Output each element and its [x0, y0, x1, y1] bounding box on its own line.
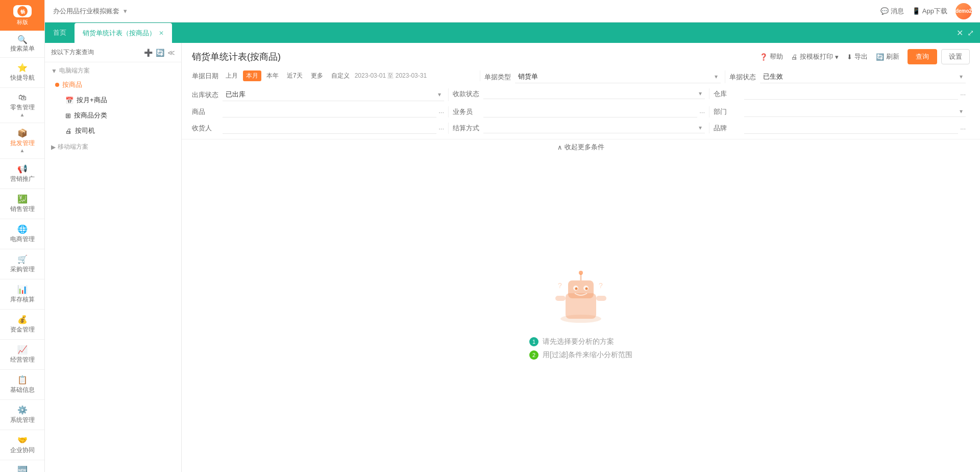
collapse-bar[interactable]: ∧ 收起更多条件 — [182, 139, 980, 155]
tab-sales-stat[interactable]: 销货单统计表（按商品） ✕ — [75, 23, 172, 43]
sidebar-item-purchase[interactable]: 🛒 采购管理 — [0, 249, 44, 279]
sidebar-item-inventory[interactable]: 📊 库存核算 — [0, 279, 44, 310]
refresh-button[interactable]: 🔄 刷新 — [876, 52, 899, 61]
hint-text-2: 用[过滤]条件来缩小分析范围 — [543, 350, 632, 360]
payment-status-select[interactable]: ▾ — [483, 88, 705, 99]
date-last-month[interactable]: 上月 — [223, 70, 241, 81]
warehouse-dots[interactable]: ··· — [960, 90, 966, 98]
print-dropdown-icon: ▾ — [835, 53, 839, 61]
doc-status-select[interactable]: 已生效 ▾ — [760, 70, 966, 83]
settings-button[interactable]: 设置 — [941, 49, 970, 64]
svg-text:?: ? — [599, 281, 603, 290]
warehouse-value: ··· — [744, 88, 966, 100]
help-button[interactable]: ❓ 帮助 — [760, 52, 783, 61]
date-last-7days[interactable]: 近7天 — [284, 70, 306, 81]
collapse-panel-icon[interactable]: ≪ — [167, 49, 175, 57]
refresh-icon: 🔄 — [876, 53, 884, 61]
brand-input[interactable] — [744, 123, 958, 134]
empty-hint-2: 2 用[过滤]条件来缩小分析范围 — [529, 350, 632, 360]
tab-expand-icon[interactable]: ⤢ — [967, 28, 974, 38]
filter-item-department: 部门 ▾ — [709, 106, 970, 117]
doc-type-text: 销货单 — [518, 72, 538, 81]
svg-rect-11 — [555, 296, 566, 301]
brand-dots[interactable]: ··· — [960, 125, 966, 132]
department-select[interactable]: ▾ — [744, 106, 966, 117]
out-status-value: 已出库 ▾ — [223, 88, 444, 101]
sidebar-item-guide[interactable]: 🆕 新手引导 — [0, 460, 44, 472]
template-print-button[interactable]: 🖨 按模板打印 ▾ — [791, 52, 839, 61]
receiver-dots[interactable]: ··· — [438, 125, 444, 132]
mobile-scheme-group[interactable]: ▶ 移动端方案 — [45, 138, 181, 153]
tabbar: 首页 销货单统计表（按商品） ✕ ✕ ⤢ — [45, 22, 980, 43]
enterprise-label: 企业协同 — [10, 446, 35, 455]
warehouse-label: 仓库 — [714, 89, 744, 99]
export-button[interactable]: ⬇ 导出 — [847, 52, 868, 61]
sidebar-item-finance[interactable]: 💰 资金管理 — [0, 310, 44, 340]
sidebar-item-ecommerce[interactable]: 🌐 电商管理 — [0, 219, 44, 249]
product-label: 商品 — [192, 107, 223, 116]
receiver-value: ··· — [223, 123, 444, 134]
topbar: 办公用品行业模拟账套 ▾ 💬 消息 📱 App下载 demo2 — [45, 0, 980, 22]
tab-close-icon[interactable]: ✕ — [159, 30, 164, 37]
tree-item-by-month-product[interactable]: 📅 按月+商品 — [45, 92, 181, 108]
tab-home-label: 首页 — [53, 28, 66, 37]
tab-home[interactable]: 首页 — [45, 22, 75, 43]
app-download-button[interactable]: 📱 App下载 — [912, 7, 947, 16]
desktop-scheme-group[interactable]: ▼ 电脑端方案 — [45, 62, 181, 77]
date-this-year[interactable]: 本年 — [263, 70, 282, 81]
out-status-select[interactable]: 已出库 ▾ — [223, 88, 444, 101]
payment-status-label: 收款状态 — [453, 89, 483, 99]
operations-label: 经营管理 — [10, 356, 35, 364]
purchase-label: 采购管理 — [10, 265, 35, 274]
tree-item-by-product[interactable]: 按商品 — [45, 77, 181, 92]
doc-type-select[interactable]: 销货单 ▾ — [515, 70, 721, 83]
department-label: 部门 — [714, 107, 744, 116]
salesman-label: 业务员 — [453, 107, 483, 116]
tab-close-all-icon[interactable]: ✕ — [957, 28, 963, 38]
hint-num-1: 1 — [529, 337, 538, 346]
logo-subtitle: 标版 — [17, 18, 28, 26]
payment-status-chevron: ▾ — [699, 90, 702, 97]
refresh-scheme-icon[interactable]: 🔄 — [156, 49, 164, 57]
sidebar-item-quick-nav[interactable]: ⭐ 快捷导航 — [0, 58, 44, 88]
refresh-label: 刷新 — [886, 52, 899, 61]
sidebar-item-basic[interactable]: 📋 基础信息 — [0, 370, 44, 400]
product-value: ··· — [223, 106, 444, 117]
print-icon: 🖨 — [791, 53, 798, 61]
sidebar-item-operations[interactable]: 📈 经营管理 — [0, 340, 44, 370]
filter-item-salesman: 业务员 ··· — [449, 106, 709, 117]
search-label: 搜索菜单 — [10, 44, 35, 53]
salesman-dots[interactable]: ··· — [699, 108, 705, 116]
filter-item-settlement: 结算方式 ▾ — [449, 123, 709, 133]
industry-dropdown-icon[interactable]: ▾ — [124, 7, 127, 15]
search-menu-item[interactable]: 🔍 搜索菜单 — [0, 31, 44, 58]
date-more[interactable]: 更多 — [308, 70, 326, 81]
warehouse-input[interactable] — [744, 88, 958, 100]
product-input[interactable] — [223, 106, 436, 117]
sidebar-item-retail[interactable]: 🛍 零售管理 ▲ — [0, 88, 44, 123]
user-menu[interactable]: demo2 — [955, 3, 972, 19]
brand-value: ··· — [744, 123, 966, 134]
query-button[interactable]: 查询 — [908, 49, 937, 64]
sidebar-item-enterprise[interactable]: 🤝 企业协同 — [0, 430, 44, 460]
system-label: 系统管理 — [10, 416, 35, 424]
add-scheme-icon[interactable]: ➕ — [144, 49, 153, 57]
message-button[interactable]: 💬 消息 — [880, 7, 904, 16]
sidebar-item-marketing[interactable]: 📢 营销推广 — [0, 159, 44, 189]
hint-text-1: 请先选择要分析的方案 — [543, 337, 614, 346]
sidebar-item-wholesale[interactable]: 📦 批发管理 ▲ — [0, 123, 44, 159]
salesman-input[interactable] — [483, 106, 697, 117]
finance-label: 资金管理 — [10, 325, 35, 334]
action-buttons: 查询 设置 — [908, 49, 970, 64]
tree-item-by-category[interactable]: ⊞ 按商品分类 — [45, 108, 181, 123]
date-this-month[interactable]: 本月 — [243, 70, 261, 81]
receiver-input[interactable] — [223, 123, 436, 134]
settlement-select[interactable]: ▾ — [483, 123, 705, 133]
product-dots[interactable]: ··· — [438, 108, 444, 116]
tree-item-by-printer[interactable]: 🖨 按司机 — [45, 123, 181, 138]
brand-label: 品牌 — [714, 124, 744, 133]
sidebar-item-sales[interactable]: 💹 销售管理 — [0, 189, 44, 219]
date-custom[interactable]: 自定义 — [328, 70, 353, 81]
active-indicator — [55, 83, 59, 87]
sidebar-item-system[interactable]: ⚙️ 系统管理 — [0, 400, 44, 430]
